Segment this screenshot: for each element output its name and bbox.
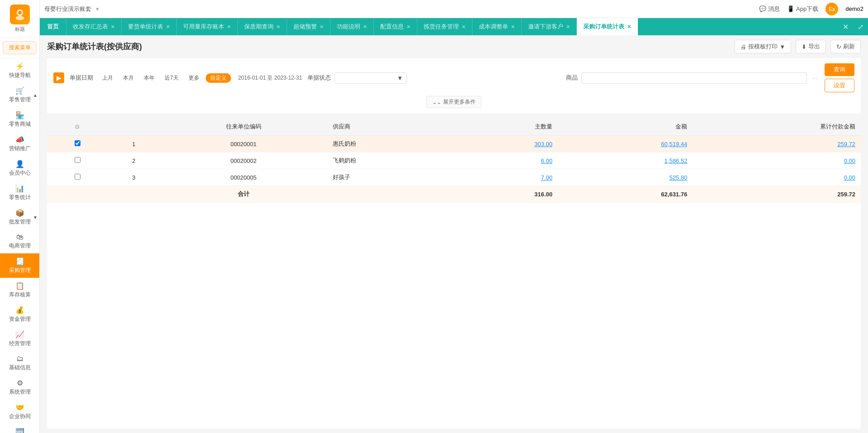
table-row[interactable]: 1 00020001 惠氏奶粉 303.00 60,519.44 259.72 xyxy=(47,136,861,152)
sidebar-item-marketing[interactable]: 📣 营销推广 xyxy=(0,132,39,156)
tab-overstock-warning[interactable]: 超储预警 ✕ xyxy=(287,18,330,35)
goods-input[interactable] xyxy=(581,72,807,84)
tab-close-icon[interactable]: ✕ xyxy=(511,24,515,30)
sidebar-item-quick-nav[interactable]: ⚡ 快捷导航 xyxy=(0,58,39,83)
export-button[interactable]: ⬇ 导出 xyxy=(796,40,826,53)
tab-expiry-query[interactable]: 保质期查询 ✕ xyxy=(238,18,287,35)
tab-close-all-button[interactable]: ✕ xyxy=(838,18,853,35)
sidebar-item-label: 库存核算 xyxy=(9,291,31,299)
table-footer-row: 合计 316.00 62,631.76 259.72 xyxy=(47,186,861,203)
tab-close-icon[interactable]: ✕ xyxy=(462,24,466,30)
expand-icon: ⌄⌄ xyxy=(432,99,441,105)
date-range-value[interactable]: 2016-01-01 至 2023-12-31 xyxy=(238,74,302,82)
status-select[interactable]: ▼ xyxy=(335,72,407,84)
goods-more-icon[interactable]: ··· xyxy=(811,75,819,81)
tab-invite-downstream[interactable]: 邀请下游客户 ✕ xyxy=(522,18,577,35)
batch-icon: 📦 xyxy=(15,209,24,217)
print-button[interactable]: 🖨 按模板打印 ▼ xyxy=(735,40,791,53)
sidebar-item-zero-stats[interactable]: 📊 零售统计 xyxy=(0,181,39,205)
tab-close-icon[interactable]: ✕ xyxy=(320,24,324,30)
footer-empty2 xyxy=(108,186,160,203)
row-supplier: 飞鹤奶粉 xyxy=(327,152,453,169)
search-menu-button[interactable]: 搜索菜单 xyxy=(3,41,37,54)
page-actions: 🖨 按模板打印 ▼ ⬇ 导出 ↻ 刷新 xyxy=(735,40,861,53)
sidebar-item-ecommerce[interactable]: 🛍 电商管理 xyxy=(0,229,39,253)
row-checkbox[interactable] xyxy=(47,136,108,152)
user-name[interactable]: demo2 xyxy=(845,5,863,12)
column-amount: 金额 xyxy=(558,118,693,136)
tab-function-desc[interactable]: 功能说明 ✕ xyxy=(330,18,374,35)
settings-button[interactable]: 设置 xyxy=(825,79,854,92)
sidebar-item-inventory[interactable]: 📋 库存核算 xyxy=(0,278,39,302)
shortcut-last-month[interactable]: 上月 xyxy=(99,73,117,83)
sidebar-item-operations[interactable]: 📈 经营管理 xyxy=(0,327,39,351)
tab-home[interactable]: 首页 xyxy=(40,18,66,35)
query-button[interactable]: 查询 xyxy=(825,63,854,76)
search-area[interactable]: 搜索菜单 xyxy=(0,38,39,58)
tab-close-icon[interactable]: ✕ xyxy=(627,24,631,30)
shortcut-more[interactable]: 更多 xyxy=(185,73,203,83)
tab-close-icon[interactable]: ✕ xyxy=(227,24,231,30)
tab-config-info[interactable]: 配置信息 ✕ xyxy=(374,18,417,35)
tab-expand-button[interactable]: ⤢ xyxy=(853,18,868,35)
tab-receive-summary[interactable]: 收发存汇总表 ✕ xyxy=(66,18,122,35)
table-header-row: ⚙ 往来单位编码 供应商 主数量 金额 累计付款金额 xyxy=(47,118,861,136)
tab-close-icon[interactable]: ✕ xyxy=(276,24,280,30)
sidebar-item-finance[interactable]: 💰 资金管理 xyxy=(0,302,39,327)
sidebar-item-label: 系统管理 xyxy=(9,388,31,396)
refresh-button[interactable]: ↻ 刷新 xyxy=(830,40,861,53)
sidebar-item-base-info[interactable]: 🗂 基础信息 xyxy=(0,351,39,375)
company-name: 母婴行业演示账套 xyxy=(44,5,91,13)
topbar-left: 母婴行业演示账套 ▼ xyxy=(44,5,100,13)
app-download-button[interactable]: 📱 App下载 xyxy=(787,5,818,13)
sidebar-item-system[interactable]: ⚙ 系统管理 xyxy=(0,375,39,400)
tab-label: 功能说明 xyxy=(337,23,360,31)
expand-more-button[interactable]: ⌄⌄ 展开更多条件 xyxy=(426,96,481,108)
avatar[interactable]: Ea xyxy=(826,3,838,15)
tab-available-stock[interactable]: 可用量库存账本 ✕ xyxy=(177,18,238,35)
tab-label: 保质期查询 xyxy=(244,23,274,31)
message-label: 消息 xyxy=(768,5,780,13)
tab-close-icon[interactable]: ✕ xyxy=(363,24,367,30)
chevron-down-icon: ▲ xyxy=(33,93,38,98)
company-dropdown-icon[interactable]: ▼ xyxy=(95,6,100,12)
new-guide-icon: 🆕 xyxy=(15,428,24,433)
base-info-icon: 🗂 xyxy=(16,355,24,363)
tab-close-icon[interactable]: ✕ xyxy=(111,24,115,30)
filter-row: ▶ 单据日期 上月 本月 本年 近7天 更多 自定义 2016-01-01 至 … xyxy=(53,63,854,92)
shortcut-this-month[interactable]: 本月 xyxy=(119,73,137,83)
tab-label: 成本调整单 xyxy=(479,23,508,31)
sidebar-item-enterprise[interactable]: 🤝 企业协同 xyxy=(0,400,39,424)
row-main-qty: 7.00 xyxy=(453,169,557,186)
sidebar-item-zero-retail[interactable]: 🛒 零售管理 ▲ xyxy=(0,83,39,107)
sidebar-item-batch[interactable]: 📦 批发管理 ▼ xyxy=(0,205,39,229)
shortcut-custom[interactable]: 自定义 xyxy=(206,73,231,83)
table-row[interactable]: 3 00020005 好孩子 7.00 525.80 0.00 xyxy=(47,169,861,186)
column-settings-icon[interactable]: ⚙ xyxy=(47,118,108,136)
tab-home-label: 首页 xyxy=(47,23,59,31)
sidebar-item-zero-mall[interactable]: 🏪 零售商城 xyxy=(0,107,39,132)
filter-toggle-button[interactable]: ▶ xyxy=(53,72,64,83)
page-title: 采购订单统计表(按供应商) xyxy=(47,41,142,52)
sidebar-item-new-guide[interactable]: 🆕 新手引导 xyxy=(0,424,39,433)
row-checkbox[interactable] xyxy=(47,152,108,169)
sidebar-item-purchase[interactable]: 🧾 采购管理 xyxy=(0,253,39,278)
tab-purchase-summary[interactable]: 采购订单统计表 ✕ xyxy=(577,18,638,35)
shortcut-last-7-days[interactable]: 近7天 xyxy=(161,73,182,83)
tab-pick-task[interactable]: 拣货任务管理 ✕ xyxy=(417,18,472,35)
tab-close-icon[interactable]: ✕ xyxy=(566,24,570,30)
table-row[interactable]: 2 00020002 飞鹤奶粉 6.00 1,586.52 0.00 xyxy=(47,152,861,169)
tab-cost-adjust[interactable]: 成本调整单 ✕ xyxy=(472,18,522,35)
refresh-icon: ↻ xyxy=(836,43,841,50)
sidebar-item-member[interactable]: 👤 会员中心 xyxy=(0,156,39,181)
tab-label: 可用量库存账本 xyxy=(183,23,224,31)
tab-order-summary[interactable]: 要货单统计表 ✕ xyxy=(122,18,177,35)
tab-close-icon[interactable]: ✕ xyxy=(406,24,410,30)
sidebar-item-label: 会员中心 xyxy=(9,169,31,177)
shortcut-this-year[interactable]: 本年 xyxy=(140,73,158,83)
row-checkbox[interactable] xyxy=(47,169,108,186)
tab-label: 邀请下游客户 xyxy=(528,23,563,31)
message-button[interactable]: 💬 消息 xyxy=(759,5,780,13)
tab-close-icon[interactable]: ✕ xyxy=(166,24,170,30)
sidebar-item-label: 零售商城 xyxy=(9,120,31,128)
